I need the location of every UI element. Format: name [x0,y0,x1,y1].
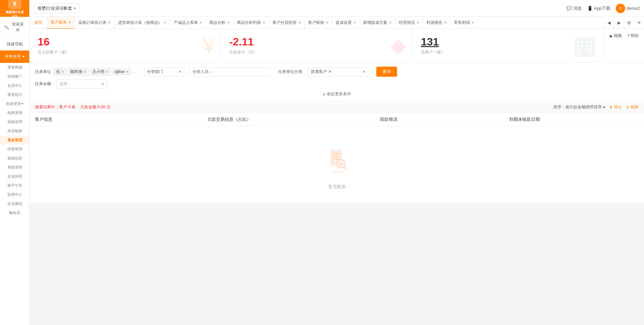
tab-close-icon[interactable]: ✕ [262,21,265,25]
tag-chen-remove[interactable]: ✕ [83,70,86,74]
tabs-expand-btn[interactable]: ⊞ [624,17,634,29]
tag-cjttcw-remove[interactable]: ✕ [126,70,129,74]
tab-home-label: 首页 [34,20,42,26]
tab-customer-tier[interactable]: 客户分层经营 ✕ [269,17,305,29]
category-remove-icon[interactable]: ✕ [328,69,332,74]
filter-balance-select[interactable]: 选择... ▾ [56,79,107,88]
query-button[interactable]: 查询 [376,67,397,77]
video-btn[interactable]: ▶ 视频 [610,33,622,39]
tab-close-icon[interactable]: ✕ [326,21,329,25]
sidebar-item-ecommerce[interactable]: 电商管理 [0,108,29,117]
search-menu-button[interactable]: 🔍 搜索菜单 [3,20,27,34]
sidebar-item-retail-stat[interactable]: 零售统计 [0,90,29,99]
tab-close-icon[interactable]: ✕ [68,20,71,25]
query-button-label: 查询 [382,69,391,74]
app-download-label: App下载 [594,5,610,11]
table-empty: 暂无数据 [30,126,644,203]
svg-line-7 [344,167,346,169]
sidebar-item-sys-mgmt[interactable]: 系统管理 [0,163,29,172]
sidebar-search[interactable]: 🔍 搜索菜单 [0,17,29,38]
message-btn[interactable]: 💬 消息 [566,5,582,11]
collapse-filter-btn[interactable]: ∧ 收起更多条件 [35,91,639,97]
tab-stock-stat-label: 进货单统计表（按商品） [118,20,162,26]
sidebar-quick-nav-label: 快捷导航 [7,42,23,46]
chevron-down-icon: ▾ [179,69,181,74]
tab-product-inbound[interactable]: 产成品入库单 ✕ [170,17,206,29]
tab-new-commission[interactable]: 新增提成方案 ✕ [360,17,395,29]
play-icon: ▶ [610,34,613,38]
sidebar-item-wholesale[interactable]: 批发管理▾ [0,99,29,108]
filter-more-btn[interactable]: ... [132,69,136,74]
tag-wu-remove[interactable]: ✕ [61,70,64,74]
tab-close-icon[interactable]: ✕ [199,21,202,25]
sidebar-item-retail-mgmt[interactable]: 零售管理 ▾ [0,50,29,63]
user-menu[interactable]: D demo2 [616,4,640,13]
sidebar-item-purchase[interactable]: 采购管理 [0,117,29,127]
sidebar-item-appstore[interactable]: 应用中心 [0,190,29,199]
export-btn[interactable]: ⬆ 导出 [609,104,622,110]
tab-close-icon[interactable]: ✕ [164,21,167,25]
stat-total-value: 131 [421,36,596,48]
more-options-icon[interactable]: ··· [210,69,213,74]
filter-category-value: 普通客户 [311,69,327,75]
tab-product-analysis-list[interactable]: 商品分析列表 ✕ [233,17,269,29]
tabs-prev-btn[interactable]: ◀ [604,17,614,29]
collapse-label: 收起更多条件 [327,91,351,97]
sidebar-item-member[interactable]: 会员中心 [0,81,29,90]
refresh-label: 刷新 [631,104,639,110]
sidebar-capital-label: 资金管理 [7,138,22,142]
filter-tag-chen: 陈民强 ✕ [68,68,89,76]
tab-customer-contact[interactable]: 客户联络 ✕ [305,17,332,29]
tab-close-icon[interactable]: ✕ [227,21,230,25]
content-area: ¥ 16 总欠款客户（家） ◆ -2.11 欠款合计（万） 🏢 131 总客户（… [30,29,644,325]
sidebar-item-enterprise[interactable]: 企业协同 [0,172,29,181]
sidebar-item-capital[interactable]: 资金管理 [0,136,29,145]
sort-select[interactable]: 排序：按欠款金额倒序排序 ▾ [553,104,605,110]
tab-close-icon[interactable]: ✕ [471,21,474,25]
col-repayment: 回款情况 [380,116,509,122]
tab-product-analysis[interactable]: 商品分析 ✕ [206,17,233,29]
sidebar-item-retail-shop[interactable]: 零售商城 [0,63,29,72]
tab-purchase-order[interactable]: 采购订单统计表 ✕ [75,17,115,29]
sidebar-item-quick-nav[interactable]: 快捷导航 [0,38,29,50]
sidebar-item-basic-info[interactable]: 基础信息 [0,154,29,163]
tab-close-icon[interactable]: ✕ [108,21,111,25]
search-icon: 🔍 [4,25,9,30]
sidebar-item-inventory[interactable]: 库存核算 [0,127,29,136]
help-btn[interactable]: ? 帮助 [627,33,639,39]
tab-close-icon[interactable]: ✕ [444,21,447,25]
tag-wang-remove[interactable]: ✕ [105,70,109,74]
tabs-close-all-btn[interactable]: ✕ [634,17,644,29]
tab-customer-ledger[interactable]: 客户账本 ✕ [47,17,75,29]
question-icon: ? [627,34,630,38]
tab-close-icon[interactable]: ✕ [353,21,356,25]
tab-operation[interactable]: 经营情况 ✕ [395,17,423,29]
tab-home[interactable]: 首页 [30,17,47,29]
filter-row-1: 往来单位 伍 ✕ 陈民强 ✕ 王小亮 ✕ [35,67,639,77]
refresh-btn[interactable]: ↺ 刷新 [626,104,639,110]
app-download-btn[interactable]: 📱 App下载 [587,5,610,11]
filter-dept-select[interactable]: 分管部门 ▾ [144,67,184,76]
sidebar-item-wechat[interactable]: 企业微信 [0,199,29,208]
tabs-next-btn[interactable]: ▶ [614,17,624,29]
sidebar-item-newuser[interactable]: 新手引导 [0,181,29,190]
tab-close-icon[interactable]: ✕ [416,21,419,25]
sidebar-item-vip[interactable]: 畅会员 [0,208,29,217]
tab-close-icon[interactable]: ✕ [389,21,392,25]
tab-stock-stat[interactable]: 进货单统计表（按商品） ✕ [115,17,170,29]
topbar-right: 💬 消息 📱 App下载 D demo2 [566,4,640,13]
tab-close-icon[interactable]: ✕ [298,21,301,25]
logo: ¥ 畅捷通好生意 标版 [0,0,29,17]
company-selector[interactable]: 母婴行业演示帐套 ▾ [34,4,80,13]
sidebar-item-operation[interactable]: 经营管理 [0,145,29,154]
tab-profit-report[interactable]: 利润报告 ✕ [423,17,450,29]
filter-person-select[interactable]: 分管人员 ··· [189,67,270,76]
svg-point-0 [330,170,344,173]
main-area: 母婴行业演示帐套 ▾ 💬 消息 📱 App下载 D demo2 [30,0,644,325]
sidebar-item-marketing[interactable]: 营销推广 [0,72,29,81]
tab-commission-settings[interactable]: 提成设置 ✕ [332,17,360,29]
filter-category-select[interactable]: 普通客户 ✕ ▾ [308,67,368,76]
filter-unit-tags: 伍 ✕ 陈民强 ✕ 王小亮 ✕ cjttcw ✕ [54,68,136,76]
tab-retail-profit[interactable]: 零售利润 ✕ [450,17,478,29]
message-icon: 💬 [566,6,572,11]
